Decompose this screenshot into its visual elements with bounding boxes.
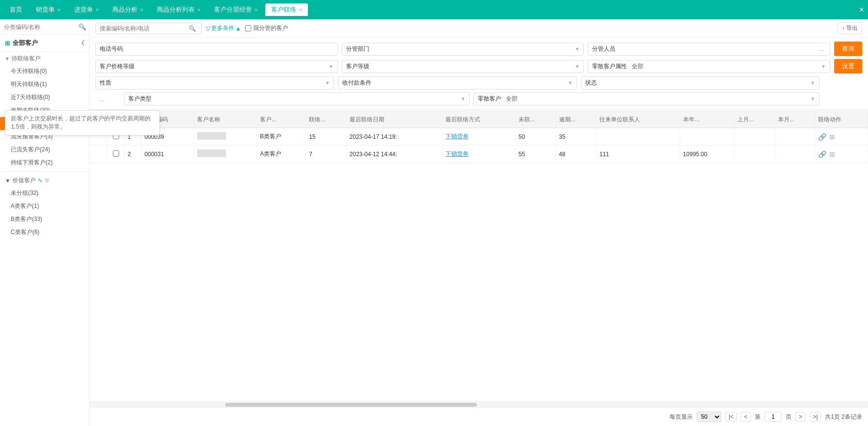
my-customers-checkbox-label[interactable]: 我分管的客户 [245, 24, 288, 32]
row2-type: A类客户 [257, 146, 305, 163]
top-nav: 首页 销货单 × 进货单 × 商品分析 × 商品分析列表 × 客户分层经营 × … [0, 0, 868, 19]
row2-checkbox[interactable] [107, 146, 124, 163]
filter-bar: 🔍 ▽ 更多条件 ▲ 我分管的客户 ↑ 导出 [90, 19, 868, 38]
dept-input[interactable] [372, 45, 575, 52]
page-label: 第 [755, 413, 761, 421]
row1-name [194, 128, 257, 146]
last-page-button[interactable]: >| [809, 412, 821, 422]
table-area: ⚙ # 客户编码 客户名称 客户... 联络... 最后联络日期 最后联络方式 … [90, 112, 868, 401]
row1-type: B类客户 [257, 128, 305, 146]
sidebar-search-input[interactable] [4, 24, 76, 30]
sidebar-item-a-class[interactable]: A类客户(1) [0, 200, 89, 213]
row1-action-icon-2[interactable]: ⊞ [829, 133, 835, 141]
row2-code: 000031 [141, 146, 194, 163]
retail-attr-field[interactable]: 零散客户属性 全部 ▼ [588, 60, 830, 73]
page-number-input[interactable] [764, 412, 782, 422]
chevron-down-icon-9: ▼ [810, 96, 815, 102]
sidebar-item-today[interactable]: 今天待联络(0) [0, 65, 89, 78]
retail-customer-field[interactable]: 零散客户 全部 ▼ [473, 92, 820, 105]
triangle-icon: ▼ [5, 56, 10, 61]
person-field[interactable]: 分管人员 ... [588, 43, 830, 56]
scroll-thumb[interactable] [225, 403, 477, 407]
phone-field[interactable]: 电话号码 [95, 43, 338, 56]
close-all-button[interactable]: × [859, 5, 864, 15]
all-customers-header[interactable]: ⊞ 全部客户 《 [0, 35, 89, 52]
row2-action-icon-2[interactable]: ⊞ [829, 150, 835, 158]
nav-item-customer-tier[interactable]: 客户分层经营 × [208, 3, 263, 16]
col-last-month: 上月... [734, 112, 775, 128]
pending-contact-group[interactable]: ▼ 待联络客户 [0, 52, 89, 65]
table-row: 1 000039 B类客户 15 2023-04-17 14:19: 下销货单 … [90, 128, 868, 146]
customer-tier-field[interactable]: 客户等级 ▼ [342, 60, 584, 73]
prev-page-button[interactable]: < [741, 412, 751, 422]
person-input[interactable] [618, 45, 817, 52]
sidebar-item-c-class[interactable]: C类客户(6) [0, 226, 89, 239]
row2-check[interactable] [113, 150, 119, 157]
nav-close-customer-contact[interactable]: × [299, 7, 302, 13]
row2-name-blurred [197, 149, 226, 157]
nav-item-sales[interactable]: 销货单 × [30, 3, 66, 16]
sidebar-item-7days[interactable]: 近7天待联络(0) [0, 91, 89, 104]
row2-method-link[interactable]: 下销货单 [445, 150, 469, 157]
sidebar-item-ungrouped[interactable]: 未分组(32) [0, 187, 89, 200]
nav-close-customer-tier[interactable]: × [255, 7, 258, 13]
row2-this-year: 10995.00 [680, 146, 734, 163]
row1-last-contact-method[interactable]: 下销货单 [442, 128, 515, 146]
price-tier-field[interactable]: 客户价格等级 ▼ [95, 60, 338, 73]
row2-overdue: 48 [556, 146, 596, 163]
sidebar-item-declining[interactable]: 持续下滑客户(2) [0, 156, 89, 169]
settings-button[interactable]: 设置 [834, 59, 862, 73]
nav-close-product-list[interactable]: × [198, 7, 200, 13]
filter-row-4: ... 客户类型 ▼ 零散客户 全部 ▼ [95, 92, 862, 105]
per-page-select[interactable]: 50 20 100 [697, 411, 721, 422]
row2-settings[interactable] [90, 146, 107, 163]
row4-dots[interactable]: ... [95, 93, 120, 104]
export-icon: ↑ [842, 25, 845, 32]
nav-close-purchase[interactable]: × [96, 7, 99, 13]
filter-row-3: 性质 ▼ 收付款条件 ▼ 状态 ▼ [95, 76, 862, 89]
payment-field[interactable]: 收付款条件 ▼ [338, 76, 577, 89]
row2-last-month [734, 146, 775, 163]
row2-action-icon-1[interactable]: 🔗 [818, 150, 826, 158]
settings-icon-small: ⚙ [45, 177, 49, 184]
filter-row-1: 电话号码 分管部门 ▼ 分管人员 ... 查询 [95, 42, 862, 56]
row2-last-contact-method[interactable]: 下销货单 [442, 146, 515, 163]
more-conditions-button[interactable]: ▽ 更多条件 ▲ [206, 24, 241, 32]
dots-icon[interactable]: ... [817, 45, 826, 52]
nav-close-product-analysis[interactable]: × [140, 7, 143, 13]
sidebar-item-tomorrow[interactable]: 明天待联络(1) [0, 78, 89, 91]
col-name: 客户名称 [194, 112, 257, 128]
edit-icon[interactable]: ✎ [38, 177, 43, 184]
right-content: 🔍 ▽ 更多条件 ▲ 我分管的客户 ↑ 导出 [90, 19, 868, 426]
collapse-icon[interactable]: 《 [78, 39, 84, 47]
export-button[interactable]: ↑ 导出 [838, 22, 862, 34]
nature-field[interactable]: 性质 ▼ [95, 76, 334, 89]
row1-unit-contact [596, 128, 680, 146]
nav-item-purchase[interactable]: 进货单 × [68, 3, 105, 16]
search-input[interactable] [100, 25, 187, 32]
first-page-button[interactable]: |< [725, 412, 737, 422]
per-page-label: 每页显示 [670, 413, 693, 421]
col-last-contact-date: 最后联络日期 [347, 112, 442, 128]
nav-item-product-list[interactable]: 商品分析列表 × [151, 3, 206, 16]
row1-action-icon-1[interactable]: 🔗 [818, 133, 826, 141]
dept-field[interactable]: 分管部门 ▼ [342, 43, 584, 56]
phone-input[interactable] [126, 45, 334, 52]
sidebar-item-churned[interactable]: 已流失客户(24) [0, 143, 89, 156]
row1-method-link[interactable]: 下销货单 [445, 133, 469, 140]
row1-contact: 15 [306, 128, 347, 146]
status-field[interactable]: 状态 ▼ [581, 76, 820, 89]
query-button[interactable]: 查询 [834, 42, 862, 56]
row2-action: 🔗 ⊞ [815, 146, 868, 163]
sidebar-item-b-class[interactable]: B类客户(33) [0, 213, 89, 226]
nav-close-sales[interactable]: × [58, 7, 61, 13]
tooltip-box: 距客户上次交易时长，超过了此客户的平均交易周期的1.5倍，则视为异常。 [5, 110, 160, 135]
horizontal-scrollbar[interactable] [90, 401, 868, 407]
nav-item-home[interactable]: 首页 [4, 3, 28, 16]
nav-item-product-analysis[interactable]: 商品分析 × [107, 3, 149, 16]
nav-item-customer-contact[interactable]: 客户联络 × [265, 3, 308, 16]
next-page-button[interactable]: > [795, 412, 806, 422]
customer-type-field[interactable]: 客户类型 ▼ [124, 92, 470, 105]
my-customers-checkbox[interactable] [245, 25, 251, 31]
col-this-year: 本年... [680, 112, 734, 128]
